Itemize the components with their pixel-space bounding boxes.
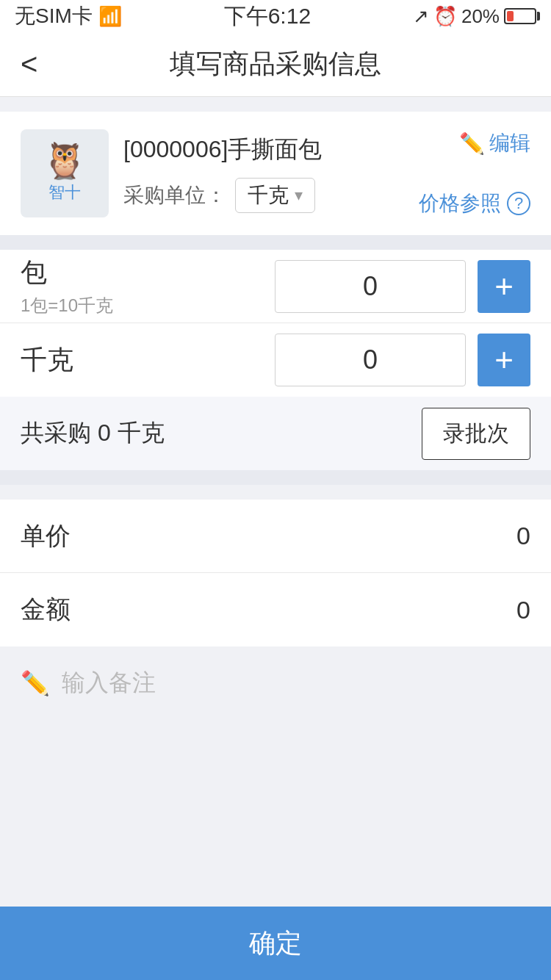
- battery-percent: 20%: [461, 5, 500, 28]
- kg-qty-value: 0: [363, 345, 378, 375]
- alarm-icon: ⏰: [433, 5, 457, 28]
- wifi-icon: 📶: [98, 5, 122, 28]
- price-ref-label: 价格参照: [419, 190, 501, 217]
- kg-qty-input[interactable]: 0: [275, 334, 466, 386]
- remark-input[interactable]: 输入备注: [62, 667, 156, 699]
- edit-icon: ✏️: [459, 131, 485, 156]
- summary-row: 共采购 0 千克 录批次: [0, 397, 551, 470]
- remark-section[interactable]: ✏️ 输入备注: [0, 646, 551, 720]
- edit-button[interactable]: ✏️ 编辑: [459, 129, 530, 157]
- amount-row: 金额 0: [0, 573, 551, 646]
- section-divider-2: [0, 470, 551, 485]
- chevron-down-icon: ▾: [295, 186, 303, 205]
- batch-button[interactable]: 录批次: [422, 408, 530, 460]
- status-bar: 无SIM卡 📶 下午6:12 ↗ ⏰ 20%: [0, 0, 551, 32]
- battery-fill: [507, 11, 514, 21]
- bao-qty-input[interactable]: 0: [275, 260, 466, 313]
- kg-plus-button[interactable]: +: [478, 334, 530, 386]
- bao-plus-button[interactable]: +: [478, 260, 530, 313]
- unit-price-label: 单价: [21, 519, 71, 553]
- confirm-button[interactable]: 确定: [0, 907, 551, 980]
- brand-text: 智十: [48, 181, 81, 203]
- status-left: 无SIM卡 📶: [15, 2, 122, 30]
- kg-label: 千克: [21, 342, 109, 378]
- back-button[interactable]: <: [21, 48, 37, 81]
- carrier-text: 无SIM卡: [15, 2, 93, 30]
- pencil-icon: ✏️: [21, 669, 50, 697]
- amount-value: 0: [516, 596, 530, 624]
- product-card: 🦉 智十 [0000006]手撕面包 采购单位： 千克 ▾ ✏️ 编辑 价格参照…: [0, 112, 551, 235]
- price-ref-button[interactable]: 价格参照 ?: [419, 190, 530, 217]
- bao-input-row: 包 1包=10千克 0 +: [0, 250, 551, 323]
- unit-select[interactable]: 千克 ▾: [235, 178, 315, 213]
- product-image: 🦉 智十: [21, 129, 109, 217]
- unit-price-value: 0: [516, 522, 530, 550]
- owl-icon: 🦉: [43, 143, 87, 179]
- status-right: ↗ ⏰ 20%: [413, 5, 536, 28]
- nav-bar: < 填写商品采购信息: [0, 32, 551, 97]
- location-icon: ↗: [413, 5, 429, 28]
- bao-label-main: 包: [21, 255, 113, 291]
- unit-value: 千克: [248, 181, 289, 209]
- summary-text: 共采购 0 千克: [21, 417, 165, 450]
- bao-input-control: 0 +: [113, 260, 530, 313]
- help-icon: ?: [507, 192, 530, 215]
- bao-qty-value: 0: [363, 271, 378, 302]
- amount-label: 金额: [21, 593, 71, 627]
- confirm-label: 确定: [249, 926, 302, 962]
- battery-icon: [504, 8, 536, 24]
- kg-label-main: 千克: [21, 342, 109, 378]
- kg-input-row: 千克 0 +: [0, 323, 551, 397]
- price-section: 单价 0 金额 0: [0, 500, 551, 646]
- status-time: 下午6:12: [224, 1, 311, 32]
- page-title: 填写商品采购信息: [170, 46, 381, 82]
- unit-price-row: 单价 0: [0, 500, 551, 573]
- unit-label: 采购单位：: [123, 181, 226, 209]
- input-section: 包 1包=10千克 0 + 千克 0 +: [0, 250, 551, 397]
- bao-label-sub: 1包=10千克: [21, 294, 113, 317]
- kg-input-control: 0 +: [109, 334, 530, 386]
- section-divider-1: [0, 235, 551, 250]
- bao-label: 包 1包=10千克: [21, 255, 113, 317]
